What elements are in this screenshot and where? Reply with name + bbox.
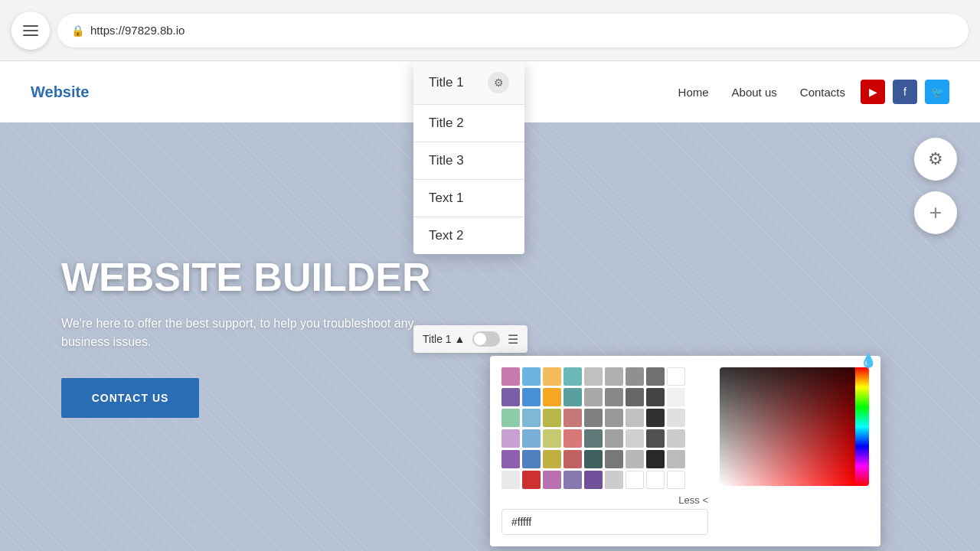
color-swatch[interactable] bbox=[605, 367, 623, 386]
swatch-row-3 bbox=[501, 409, 708, 427]
eyedropper-icon[interactable]: 💧 bbox=[860, 352, 877, 369]
address-text: https://97829.8b.io bbox=[90, 24, 185, 37]
color-swatch[interactable] bbox=[667, 388, 685, 406]
color-swatch[interactable] bbox=[543, 367, 561, 386]
hex-color-input[interactable] bbox=[501, 509, 708, 535]
color-swatch[interactable] bbox=[584, 409, 603, 427]
color-swatch[interactable] bbox=[522, 429, 541, 448]
color-swatch[interactable] bbox=[626, 388, 644, 406]
color-swatch[interactable] bbox=[564, 471, 582, 489]
address-bar[interactable]: 🔒 https://97829.8b.io bbox=[57, 14, 969, 47]
chevron-up-icon: ▲ bbox=[455, 333, 466, 345]
color-swatch-white[interactable] bbox=[667, 367, 685, 386]
color-swatch[interactable] bbox=[584, 429, 603, 448]
twitter-icon[interactable]: 🐦 bbox=[925, 80, 949, 104]
color-swatch[interactable] bbox=[646, 429, 665, 448]
color-swatch[interactable] bbox=[501, 388, 520, 406]
color-swatch[interactable] bbox=[522, 471, 541, 489]
color-swatch[interactable] bbox=[605, 388, 623, 406]
spectrum-gradient[interactable] bbox=[720, 367, 855, 486]
color-swatch[interactable] bbox=[626, 471, 644, 489]
youtube-icon[interactable]: ▶ bbox=[861, 80, 885, 104]
dropdown-item-title1[interactable]: Title 1 ⚙ bbox=[413, 61, 524, 104]
color-swatch[interactable] bbox=[522, 450, 541, 468]
color-swatch[interactable] bbox=[543, 471, 561, 489]
color-picker-panel: Less < 💧 bbox=[490, 356, 880, 546]
hero-title: WEBSITE BUILDER bbox=[61, 256, 521, 299]
color-swatch[interactable] bbox=[501, 450, 520, 468]
hamburger-icon bbox=[23, 25, 38, 36]
color-swatch[interactable] bbox=[584, 367, 603, 386]
color-swatch[interactable] bbox=[564, 450, 582, 468]
color-swatch[interactable] bbox=[626, 367, 644, 386]
color-swatch[interactable] bbox=[501, 409, 520, 427]
color-swatch[interactable] bbox=[564, 388, 582, 406]
color-swatch[interactable] bbox=[543, 450, 561, 468]
color-swatch[interactable] bbox=[646, 367, 665, 386]
color-swatch[interactable] bbox=[564, 429, 582, 448]
color-swatch[interactable] bbox=[564, 367, 582, 386]
text-align-icon[interactable]: ☰ bbox=[508, 332, 518, 347]
color-spectrum[interactable] bbox=[720, 367, 869, 486]
color-swatch[interactable] bbox=[584, 388, 603, 406]
fab-add-button[interactable]: + bbox=[914, 191, 957, 234]
color-swatch[interactable] bbox=[667, 471, 685, 489]
color-swatch[interactable] bbox=[501, 429, 520, 448]
color-swatch[interactable] bbox=[605, 450, 623, 468]
browser-chrome: 🔒 https://97829.8b.io bbox=[0, 0, 980, 61]
dropdown-item-title3[interactable]: Title 3 bbox=[413, 142, 524, 179]
color-swatch[interactable] bbox=[543, 409, 561, 427]
color-swatch[interactable] bbox=[543, 429, 561, 448]
color-swatch[interactable] bbox=[584, 471, 603, 489]
nav-link-contacts[interactable]: Contacts bbox=[800, 86, 845, 99]
color-picker-row: Less < 💧 bbox=[501, 367, 869, 535]
color-swatch[interactable] bbox=[646, 450, 665, 468]
color-swatch[interactable] bbox=[501, 471, 520, 489]
color-swatch[interactable] bbox=[667, 409, 685, 427]
color-swatch[interactable] bbox=[501, 367, 520, 386]
item-gear-icon[interactable]: ⚙ bbox=[488, 72, 509, 93]
swatch-row-6 bbox=[501, 471, 708, 489]
nav-link-aboutus[interactable]: About us bbox=[732, 86, 777, 99]
swatch-row-2 bbox=[501, 388, 708, 406]
color-swatch[interactable] bbox=[605, 471, 623, 489]
settings-icon: ⚙ bbox=[928, 149, 943, 169]
color-swatch[interactable] bbox=[646, 409, 665, 427]
color-swatch[interactable] bbox=[584, 450, 603, 468]
color-swatch[interactable] bbox=[522, 388, 541, 406]
font-selector-label[interactable]: Title 1 ▲ bbox=[423, 333, 465, 345]
color-swatch[interactable] bbox=[543, 388, 561, 406]
color-swatch[interactable] bbox=[667, 450, 685, 468]
facebook-icon[interactable]: f bbox=[893, 80, 917, 104]
social-icons: ▶ f 🐦 bbox=[861, 80, 949, 104]
color-swatch[interactable] bbox=[667, 429, 685, 448]
font-name-label: Title 1 bbox=[423, 333, 452, 345]
dropdown-item-text1[interactable]: Text 1 bbox=[413, 180, 524, 217]
color-swatch[interactable] bbox=[626, 450, 644, 468]
color-swatch[interactable] bbox=[522, 409, 541, 427]
color-swatch[interactable] bbox=[605, 429, 623, 448]
dropdown-item-title2[interactable]: Title 2 bbox=[413, 105, 524, 142]
hero-subtitle: We're here to offer the best support, to… bbox=[61, 315, 429, 351]
color-swatch[interactable] bbox=[626, 429, 644, 448]
color-swatch[interactable] bbox=[646, 471, 665, 489]
bold-toggle[interactable] bbox=[472, 331, 500, 347]
browser-menu-button[interactable] bbox=[11, 11, 50, 50]
contact-us-button[interactable]: CONTACT US bbox=[61, 378, 199, 418]
color-swatch[interactable] bbox=[522, 367, 541, 386]
nav-logo: Website bbox=[31, 83, 89, 101]
less-button[interactable]: Less < bbox=[501, 491, 708, 509]
fab-settings-button[interactable]: ⚙ bbox=[914, 138, 957, 181]
color-swatch[interactable] bbox=[626, 409, 644, 427]
nav-link-home[interactable]: Home bbox=[678, 86, 709, 99]
spectrum-rainbow[interactable] bbox=[855, 367, 869, 486]
color-swatch[interactable] bbox=[605, 409, 623, 427]
swatch-row-1 bbox=[501, 367, 708, 386]
color-swatch[interactable] bbox=[646, 388, 665, 406]
dropdown-item-text2[interactable]: Text 2 bbox=[413, 217, 524, 254]
color-swatch[interactable] bbox=[564, 409, 582, 427]
lock-icon: 🔒 bbox=[71, 24, 84, 37]
nav-links: Home About us Contacts bbox=[678, 86, 845, 99]
add-icon: + bbox=[929, 201, 942, 225]
dropdown-menu: Title 1 ⚙ Title 2 Title 3 Text 1 Text 2 bbox=[413, 61, 524, 254]
